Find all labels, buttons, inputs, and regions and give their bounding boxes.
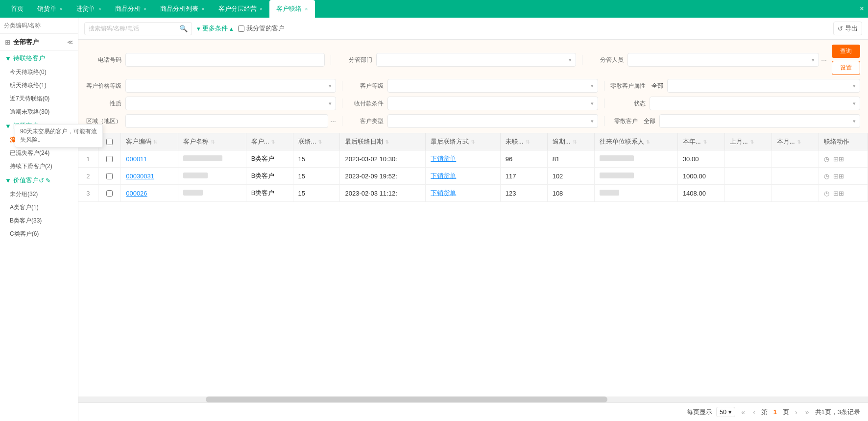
- horizontal-scrollbar[interactable]: [78, 396, 868, 402]
- select-all-checkbox[interactable]: [106, 139, 113, 145]
- sidebar-item-today[interactable]: 今天待联络(0): [0, 66, 78, 79]
- filter-field-customer-level: 客户等级 ▾: [348, 79, 598, 93]
- action-icon-2a[interactable]: ◷: [824, 173, 829, 180]
- th-not-contacted[interactable]: 未联... ⇅: [500, 133, 547, 150]
- region-input[interactable]: [125, 114, 328, 128]
- sidebar-item-c-class[interactable]: C类客户(6): [0, 227, 78, 241]
- sidebar-item-overdue-uncontact[interactable]: 逾期未联络(30): [0, 105, 78, 119]
- row-checkbox-1[interactable]: [106, 156, 113, 162]
- code-link-1[interactable]: 000011: [126, 155, 147, 163]
- sidebar-item-churned[interactable]: 已流失客户(24): [0, 147, 78, 160]
- code-link-3[interactable]: 000026: [126, 190, 147, 197]
- th-contact[interactable]: 联络... ⇅: [293, 133, 340, 150]
- th-last-way-label: 最后联络方式: [431, 137, 469, 146]
- phone-input[interactable]: [125, 53, 325, 67]
- nav-item-home[interactable]: 首页: [4, 0, 30, 18]
- th-overdue[interactable]: 逾期... ⇅: [547, 133, 594, 150]
- code-link-2[interactable]: 00030031: [126, 173, 154, 180]
- close-icon-customer-tier[interactable]: ×: [260, 6, 263, 12]
- close-icon-purchase[interactable]: ×: [98, 6, 101, 12]
- first-page-btn[interactable]: «: [739, 407, 747, 417]
- nav-item-analysis[interactable]: 商品分析 ×: [108, 0, 153, 18]
- row-checkbox-2[interactable]: [106, 173, 113, 179]
- th-this-year[interactable]: 本年... ⇅: [677, 133, 724, 150]
- content-area: 搜索编码/名称/电话 🔍 ▾ 更多条件 ▴ 我分管的客户 ↺ 导出 电话: [78, 18, 868, 421]
- sidebar-item-ungrouped[interactable]: 未分组(32): [0, 188, 78, 201]
- th-last-month[interactable]: 上月... ⇅: [724, 133, 772, 150]
- last-way-link-2[interactable]: 下销货单: [431, 172, 456, 179]
- filter-my-customers[interactable]: 我分管的客户: [238, 24, 285, 33]
- nav-item-analysis-list[interactable]: 商品分析列表 ×: [153, 0, 211, 18]
- sort-icon-last-way: ⇅: [471, 139, 475, 145]
- next-page-btn[interactable]: ›: [793, 407, 799, 417]
- nav-item-sales[interactable]: 销货单 ×: [30, 0, 69, 18]
- sidebar-item-declining[interactable]: 持续下滑客户(2): [0, 160, 78, 173]
- edit-icons-value[interactable]: ↺ ✎: [39, 177, 51, 184]
- payment-select[interactable]: ▾: [387, 97, 598, 110]
- last-page-btn[interactable]: »: [803, 407, 811, 417]
- th-type[interactable]: 客户... ⇅: [246, 133, 293, 150]
- close-icon-analysis-list[interactable]: ×: [201, 6, 204, 12]
- td-last-way-1: 下销货单: [426, 150, 500, 168]
- manager-dots-icon[interactable]: ···: [821, 56, 827, 64]
- prev-page-btn[interactable]: ‹: [751, 407, 757, 417]
- scrollbar-thumb[interactable]: [206, 396, 607, 402]
- last-way-link-3[interactable]: 下销货单: [431, 189, 456, 197]
- sidebar-group-pending[interactable]: ▼ 待联络客户: [0, 51, 78, 66]
- scatter-customer-select[interactable]: ▾: [659, 114, 860, 128]
- sidebar-item-tomorrow[interactable]: 明天待联络(1): [0, 79, 78, 92]
- per-page-select[interactable]: 50 ▾: [716, 407, 735, 417]
- sidebar-search-input[interactable]: [4, 22, 77, 29]
- scatter-attr-select[interactable]: ▾: [667, 79, 860, 93]
- export-button[interactable]: ↺ 导出: [833, 22, 862, 35]
- filter-search-icon[interactable]: 🔍: [179, 25, 188, 32]
- td-overdue-1: 81: [547, 150, 594, 168]
- last-way-link-1[interactable]: 下销货单: [431, 155, 456, 162]
- th-code[interactable]: 客户编码 ⇅: [121, 133, 178, 150]
- nature-select[interactable]: ▾: [125, 97, 336, 110]
- price-level-select[interactable]: ▾: [125, 79, 336, 93]
- group-label-pending: 待联络客户: [13, 54, 45, 63]
- sidebar-all-customers[interactable]: ⊞ 全部客户 ≪: [0, 34, 78, 51]
- th-last-date[interactable]: 最后联络日期 ⇅: [340, 133, 426, 150]
- customer-level-select[interactable]: ▾: [387, 79, 598, 93]
- nav-item-customer-contact[interactable]: 客户联络 ×: [269, 0, 314, 18]
- th-last-way[interactable]: 最后联络方式 ⇅: [426, 133, 500, 150]
- close-icon-sales[interactable]: ×: [59, 6, 62, 12]
- region-dots-icon[interactable]: ···: [330, 117, 336, 125]
- nav-label-analysis-list: 商品分析列表: [160, 4, 198, 13]
- action-icon-1a[interactable]: ◷: [824, 155, 829, 163]
- sidebar-item-b-class[interactable]: B类客户(33): [0, 214, 78, 227]
- nav-item-purchase[interactable]: 进货单 ×: [69, 0, 108, 18]
- th-unit-contact[interactable]: 往来单位联系人 ⇅: [594, 133, 677, 150]
- filter-icon: ▾: [197, 25, 200, 32]
- filter-more-btn[interactable]: ▾ 更多条件 ▴: [197, 24, 233, 33]
- th-contact-label: 联络...: [298, 137, 316, 146]
- action-icon-1b[interactable]: ⊞⊞: [833, 155, 844, 163]
- sidebar-item-a-class[interactable]: A类客户(1): [0, 201, 78, 214]
- sidebar-group-value[interactable]: ▼ 价值客户 ↺ ✎: [0, 173, 78, 188]
- all-customers-label: 全部客户: [13, 38, 39, 47]
- action-icon-3a[interactable]: ◷: [824, 190, 829, 197]
- customer-type-select[interactable]: ▾: [387, 114, 598, 128]
- dept-select[interactable]: ▾: [376, 53, 576, 67]
- sort-icon-this-month: ⇅: [797, 139, 801, 145]
- status-select[interactable]: ▾: [650, 97, 860, 110]
- manager-select[interactable]: ▾: [627, 53, 820, 67]
- row-checkbox-3[interactable]: [106, 190, 113, 197]
- nav-item-customer-tier[interactable]: 客户分层经营 ×: [212, 0, 269, 18]
- action-icon-2b[interactable]: ⊞⊞: [833, 173, 844, 180]
- th-this-month[interactable]: 本月... ⇅: [772, 133, 819, 150]
- td-action-3: ◷ ⊞⊞: [819, 185, 868, 202]
- close-icon-customer-contact[interactable]: ×: [305, 6, 308, 12]
- td-checkbox-1: [98, 150, 121, 168]
- close-all-button[interactable]: ×: [860, 4, 864, 13]
- action-icon-3b[interactable]: ⊞⊞: [833, 190, 844, 197]
- arrow-icon-value: ▼: [5, 177, 11, 184]
- my-customers-checkbox[interactable]: [238, 25, 244, 32]
- query-button[interactable]: 查询: [832, 45, 860, 58]
- close-icon-analysis[interactable]: ×: [144, 6, 146, 12]
- th-name[interactable]: 客户名称 ⇅: [178, 133, 246, 150]
- sidebar-item-7days[interactable]: 近7天待联络(0): [0, 92, 78, 105]
- settings-button[interactable]: 设置: [832, 61, 860, 75]
